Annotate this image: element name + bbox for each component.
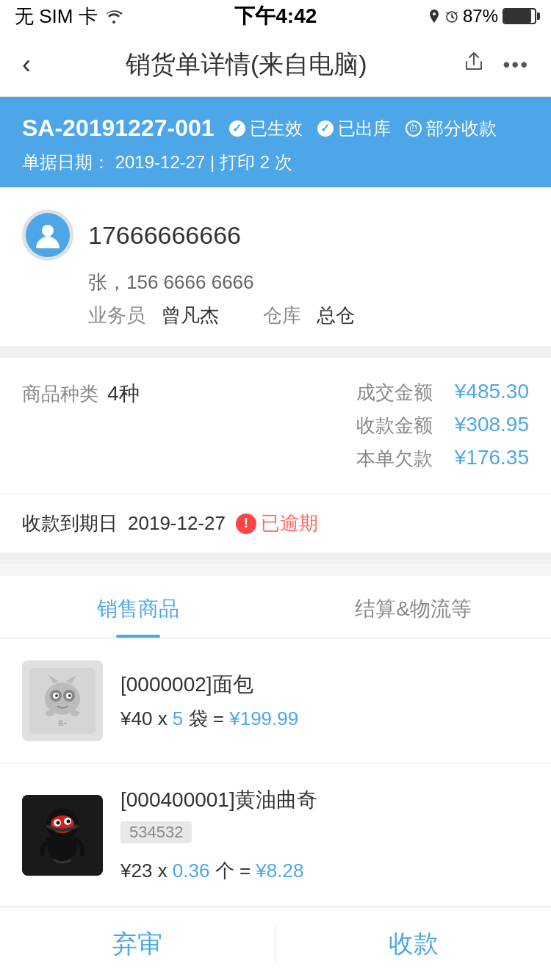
avatar bbox=[22, 209, 73, 261]
product-name-1: [0000002]面包 bbox=[120, 671, 529, 699]
tabs-section: 销售商品 结算&物流等 bbox=[0, 576, 551, 638]
badge-shipped: ✓ 已出库 bbox=[317, 117, 391, 140]
summary-section: 商品种类 4种 成交金额 ¥485.30 收款金额 ¥308.95 本单欠款 ¥… bbox=[0, 358, 551, 494]
nav-actions: ••• bbox=[462, 50, 529, 79]
due-section: 收款到期日 2019-12-27 ! 已逾期 bbox=[0, 494, 551, 552]
transaction-amount: ¥485.30 bbox=[455, 380, 529, 406]
badge-partial: ⏱ 部分收款 bbox=[406, 117, 497, 140]
svg-point-20 bbox=[57, 821, 60, 824]
product-image-1: 星+ bbox=[22, 660, 103, 741]
wifi-icon bbox=[104, 9, 124, 24]
product-price-2: ¥23 x 0.36 个 = ¥8.28 bbox=[120, 858, 529, 884]
product-price-1: ¥40 x 5 袋 = ¥199.99 bbox=[120, 706, 529, 732]
warehouse-name: 总仓 bbox=[317, 304, 355, 326]
status-bar: 无 SIM 卡 下午4:42 87% bbox=[0, 0, 551, 32]
list-item: 星+ [0000002]面包 ¥40 x 5 袋 = ¥199.99 bbox=[0, 638, 551, 764]
debt-amount: ¥176.35 bbox=[455, 446, 529, 472]
product-name-2: [000400001]黄油曲奇 bbox=[120, 786, 529, 814]
svg-point-11 bbox=[71, 710, 79, 716]
tab-products[interactable]: 销售商品 bbox=[0, 576, 276, 638]
back-button[interactable]: ‹ bbox=[22, 49, 31, 80]
location-icon bbox=[428, 10, 441, 23]
battery-icon bbox=[503, 8, 536, 24]
product-info-1: [0000002]面包 ¥40 x 5 袋 = ¥199.99 bbox=[120, 671, 529, 732]
svg-point-22 bbox=[48, 835, 77, 861]
list-item: [000400001]黄油曲奇 534532 ¥23 x 0.36 个 = ¥8… bbox=[0, 764, 551, 907]
svg-point-1 bbox=[42, 225, 54, 237]
svg-point-10 bbox=[46, 710, 54, 716]
status-right: 87% bbox=[428, 6, 536, 26]
sales-person: 曾凡杰 bbox=[162, 304, 219, 326]
category-count: 4种 bbox=[107, 380, 140, 408]
svg-point-9 bbox=[68, 694, 71, 697]
page-title: 销货单详情(来自电脑) bbox=[126, 48, 367, 82]
divider-2 bbox=[0, 552, 551, 564]
svg-text:星+: 星+ bbox=[58, 720, 68, 727]
status-time: 下午4:42 bbox=[234, 2, 317, 30]
battery-text: 87% bbox=[463, 6, 498, 26]
svg-point-3 bbox=[45, 682, 80, 715]
divider-1 bbox=[0, 346, 551, 358]
status-carrier: 无 SIM 卡 bbox=[15, 4, 124, 29]
customer-account: 17666666666 bbox=[88, 221, 241, 250]
abandon-review-button[interactable]: 弃审 bbox=[0, 912, 276, 976]
share-icon[interactable] bbox=[462, 50, 486, 79]
order-id: SA-20191227-001 bbox=[22, 115, 215, 142]
customer-section: 17666666666 张，156 6666 6666 业务员 曾凡杰 仓库 总… bbox=[0, 187, 551, 346]
overdue-badge: ! 已逾期 bbox=[236, 511, 318, 536]
alarm-icon bbox=[445, 10, 458, 23]
customer-name-phone: 张，156 6666 6666 bbox=[88, 270, 529, 295]
received-amount: ¥308.95 bbox=[455, 413, 529, 439]
svg-point-8 bbox=[55, 694, 58, 697]
product-info-2: [000400001]黄油曲奇 534532 ¥23 x 0.36 个 = ¥8… bbox=[120, 786, 529, 884]
header-banner: SA-20191227-001 ✓ 已生效 ✓ 已出库 ⏱ 部分收款 单据日期：… bbox=[0, 97, 551, 187]
nav-bar: ‹ 销货单详情(来自电脑) ••• bbox=[0, 32, 551, 97]
overdue-icon: ! bbox=[236, 514, 256, 534]
customer-meta: 业务员 曾凡杰 仓库 总仓 bbox=[88, 303, 529, 328]
svg-point-21 bbox=[67, 819, 71, 823]
tab-settlement[interactable]: 结算&物流等 bbox=[276, 576, 551, 638]
product-image-2 bbox=[22, 795, 103, 876]
collect-payment-button[interactable]: 收款 bbox=[276, 912, 552, 976]
badge-effective: ✓ 已生效 bbox=[229, 117, 303, 140]
product-tag-2: 534532 bbox=[120, 821, 192, 843]
bottom-bar: 弃审 收款 bbox=[0, 907, 551, 980]
more-icon[interactable]: ••• bbox=[503, 53, 529, 76]
order-date-row: 单据日期： 2019-12-27 | 打印 2 次 bbox=[22, 151, 529, 174]
